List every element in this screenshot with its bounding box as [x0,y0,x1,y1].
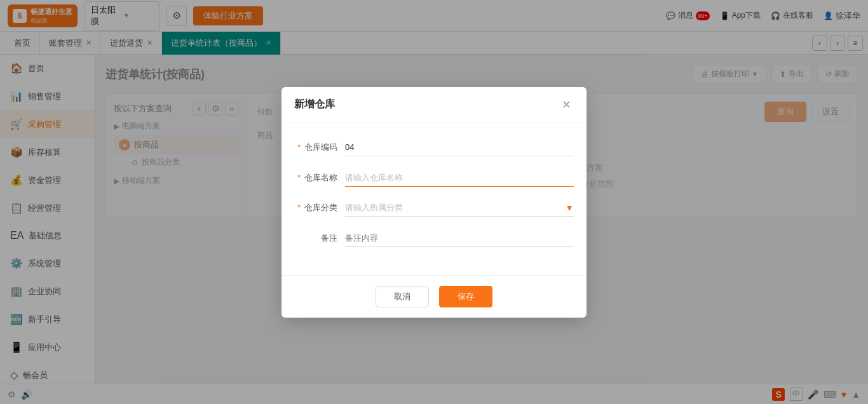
note-label: 备注 [294,232,345,244]
form-row-code: * 仓库编码 [294,138,574,156]
note-input[interactable] [345,229,574,247]
modal-body: * 仓库编码 * 仓库名称 * 仓库分类 请输入 [281,123,587,275]
category-selector[interactable]: 请输入所属分类 ▼ [345,199,574,217]
required-star-category: * [297,203,301,212]
category-chevron-icon: ▼ [565,203,574,213]
modal-footer: 取消 保存 [281,275,587,318]
cancel-button[interactable]: 取消 [376,286,429,307]
form-row-category: * 仓库分类 请输入所属分类 ▼ [294,199,574,217]
modal-close-btn[interactable]: ✕ [559,97,574,112]
save-button[interactable]: 保存 [439,286,492,307]
code-label: * 仓库编码 [294,142,345,153]
code-input[interactable] [345,138,574,156]
name-input[interactable] [345,169,574,187]
required-star-name: * [297,173,301,182]
name-label: * 仓库名称 [294,172,345,184]
modal-title: 新增仓库 [294,98,335,111]
modal-overlay: 新增仓库 ✕ * 仓库编码 * 仓库名称 [0,0,868,404]
category-label: * 仓库分类 [294,202,345,213]
category-placeholder: 请输入所属分类 [345,202,565,213]
required-star-code: * [297,142,301,152]
form-row-note: 备注 [294,229,574,247]
modal-header: 新增仓库 ✕ [281,87,587,123]
warehouse-modal: 新增仓库 ✕ * 仓库编码 * 仓库名称 [281,87,587,318]
form-row-name: * 仓库名称 [294,169,574,187]
